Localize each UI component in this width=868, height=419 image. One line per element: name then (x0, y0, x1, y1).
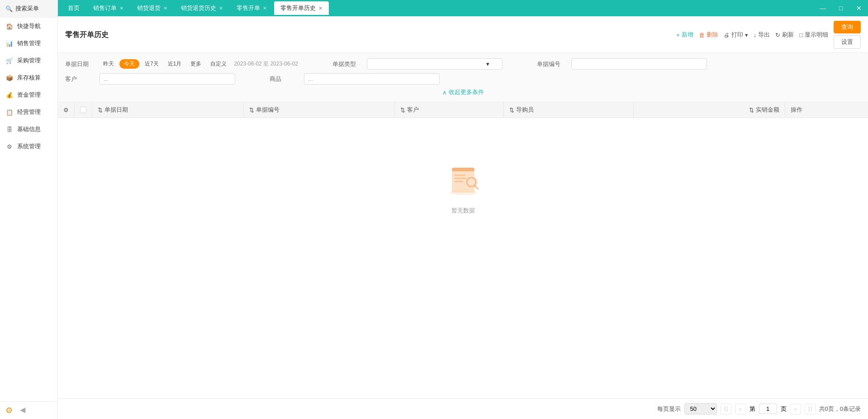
total-info: 共0页，0条记录 (819, 405, 861, 413)
tab-sales-return[interactable]: 销货退货 ✕ (131, 1, 174, 15)
th-amount-sort-icon: ⇅ (749, 107, 754, 113)
empty-illustration (441, 154, 486, 199)
query-button[interactable]: 查询 (834, 21, 861, 33)
tab-sales-order-label: 销售订单 (93, 4, 117, 12)
tab-sales-return-history[interactable]: 销货退货历史 ✕ (175, 1, 229, 15)
empty-state: 暂无数据 (58, 118, 868, 251)
date-btn-custom[interactable]: 自定义 (207, 59, 230, 69)
per-page-select[interactable]: 50 100 (684, 403, 717, 414)
th-date-sort-icon: ⇅ (98, 107, 103, 113)
sidebar-item-label: 快捷导航 (17, 22, 41, 30)
filter-area: 单据日期 昨天 今天 近7天 近1月 更多 自定义 2023-06-02 至 2… (58, 53, 868, 102)
page-input[interactable] (759, 404, 777, 414)
delete-button[interactable]: 🗑 删除 (699, 31, 718, 39)
page-title: 零售开单历史 (65, 30, 109, 40)
print-button[interactable]: 🖨 打印 ▾ (724, 31, 748, 39)
date-btn-yesterday[interactable]: 昨天 (100, 59, 118, 69)
bill-type-select[interactable]: ▾ (367, 58, 503, 70)
tab-sales-return-history-label: 销货退货历史 (181, 4, 216, 12)
settings-button[interactable]: 设置 (834, 35, 861, 49)
date-btn-7days[interactable]: 近7天 (141, 59, 162, 69)
tab-retail-open-close[interactable]: ✕ (263, 5, 267, 11)
th-customer[interactable]: ⇅ 客户 (395, 102, 503, 118)
content: 零售开单历史 + 新增 🗑 删除 🖨 打印 ▾ ↓ 导出 (58, 16, 868, 419)
bill-no-input[interactable] (571, 58, 707, 70)
th-guide[interactable]: ⇅ 导购员 (503, 102, 633, 118)
sidebar-item-purchase-mgmt[interactable]: 🛒 采购管理 (0, 52, 57, 69)
sidebar-item-label: 经营管理 (17, 108, 41, 116)
display-icon: □ (799, 32, 803, 38)
search-icon: 🔍 (5, 5, 13, 12)
prev-page-button[interactable]: ＜ (735, 404, 746, 414)
tab-sales-order[interactable]: 销售订单 ✕ (87, 1, 130, 15)
refresh-button[interactable]: ↻ 刷新 (775, 31, 794, 39)
sidebar-item-sales-mgmt[interactable]: 📊 销售管理 (0, 35, 57, 52)
th-no[interactable]: ⇅ 单据编号 (243, 102, 395, 118)
last-page-button[interactable]: ⟩⟩ (805, 404, 816, 414)
page-suffix: 页 (781, 405, 787, 413)
sidebar-item-label: 基础信息 (17, 125, 41, 133)
next-page-button[interactable]: ＞ (790, 404, 801, 414)
sidebar-item-operations[interactable]: 📋 经营管理 (0, 104, 57, 121)
sidebar-item-system[interactable]: ⚙ 系统管理 (0, 138, 57, 155)
export-button[interactable]: ↓ 导出 (754, 31, 770, 39)
bill-type-arrow-icon: ▾ (486, 61, 489, 67)
th-customer-label: 客户 (407, 106, 419, 114)
tab-retail-open-history[interactable]: 零售开单历史 ✕ (274, 1, 329, 15)
sidebar-collapse-icon[interactable]: ◀ (20, 405, 25, 415)
select-all-checkbox[interactable] (80, 107, 86, 113)
svg-rect-2 (452, 168, 474, 171)
svg-rect-5 (454, 181, 463, 182)
customer-label: 客户 (65, 75, 92, 83)
sidebar-search[interactable]: 🔍 搜索采单 (0, 0, 57, 18)
th-date[interactable]: ⇅ 单据日期 (92, 102, 244, 118)
date-btn-more[interactable]: 更多 (187, 59, 205, 69)
delete-icon: 🗑 (699, 32, 705, 38)
sidebar-item-quick-nav[interactable]: 🏠 快捷导航 (0, 18, 57, 35)
gear-icon: ⚙ (5, 142, 14, 151)
box-icon: 📦 (5, 74, 14, 82)
tab-retail-open[interactable]: 零售开单 ✕ (230, 1, 273, 15)
delete-label: 删除 (707, 31, 718, 39)
sidebar-item-basic-info[interactable]: 🗄 基础信息 (0, 121, 57, 138)
goods-input[interactable]: ... (304, 73, 440, 85)
refresh-icon: ↻ (775, 32, 780, 38)
table-header-row: ⚙ ⇅ 单据日期 ⇅ (58, 102, 868, 118)
bill-type-label: 单据类型 (332, 60, 360, 68)
table-container: ⚙ ⇅ 单据日期 ⇅ (58, 102, 868, 398)
export-label: 导出 (758, 31, 770, 39)
tab-retail-open-history-close[interactable]: ✕ (318, 5, 323, 11)
tab-sales-return-close[interactable]: ✕ (163, 5, 167, 11)
filter-row-1: 单据日期 昨天 今天 近7天 近1月 更多 自定义 2023-06-02 至 2… (65, 58, 861, 70)
close-button[interactable]: ✕ (850, 0, 868, 16)
collapse-button[interactable]: ∧ 收起更多条件 (442, 88, 484, 96)
add-button[interactable]: + 新增 (676, 31, 693, 39)
sidebar-item-inventory[interactable]: 📦 库存核算 (0, 69, 57, 86)
th-ops: 操作 (785, 102, 868, 118)
sidebar-settings-icon[interactable]: ⚙ (5, 405, 13, 415)
maximize-button[interactable]: □ (832, 0, 850, 16)
sidebar-item-finance[interactable]: 💰 资金管理 (0, 86, 57, 104)
date-label: 单据日期 (65, 60, 92, 68)
th-amount[interactable]: ⇅ 实销金额 (633, 102, 785, 118)
goods-label: 商品 (270, 75, 297, 83)
display-button[interactable]: □ 显示明细 (799, 31, 828, 39)
date-btn-today[interactable]: 今天 (119, 59, 139, 69)
date-btn-1month[interactable]: 近1月 (164, 59, 185, 69)
page-header: 零售开单历史 + 新增 🗑 删除 🖨 打印 ▾ ↓ 导出 (58, 16, 868, 53)
sidebar-item-label: 采购管理 (17, 56, 41, 65)
tab-sales-order-close[interactable]: ✕ (119, 5, 123, 11)
customer-ellipsis: ... (104, 75, 109, 82)
first-page-button[interactable]: ⟨⟨ (721, 404, 731, 414)
tab-home[interactable]: 首页 (62, 1, 86, 15)
svg-rect-3 (454, 174, 465, 176)
th-config[interactable]: ⚙ (58, 102, 75, 118)
th-amount-label: 实销金额 (756, 106, 779, 114)
th-check[interactable] (75, 102, 92, 118)
tab-sales-return-history-close[interactable]: ✕ (219, 5, 223, 11)
tab-home-label: 首页 (68, 4, 80, 12)
minimize-button[interactable]: — (814, 0, 832, 16)
goods-ellipsis: ... (308, 75, 313, 82)
customer-input[interactable]: ... (100, 73, 235, 85)
th-no-label: 单据编号 (256, 106, 280, 114)
